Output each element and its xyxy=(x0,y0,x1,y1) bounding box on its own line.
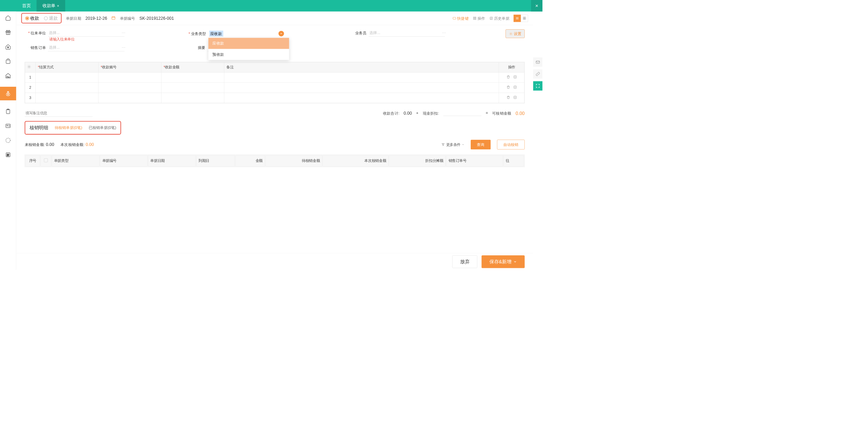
add-row-icon[interactable] xyxy=(513,75,517,80)
radio-receive[interactable]: 收款 xyxy=(25,15,39,21)
note-input[interactable] xyxy=(25,110,93,117)
col-remark: 备注 xyxy=(224,62,499,72)
doc-date-value[interactable]: 2019-12-26 xyxy=(85,16,107,20)
svg-rect-18 xyxy=(475,18,476,19)
partner-input[interactable] xyxy=(48,29,124,36)
svg-point-8 xyxy=(7,125,8,126)
price-house-icon[interactable]: $ xyxy=(4,44,11,50)
writeoff-section: 核销明细 待核销单据(0笔) 已核销单据(0笔) 未核销金额: 0.00 本次核… xyxy=(25,121,525,167)
add-row-icon[interactable] xyxy=(513,85,517,90)
more-icon[interactable]: ⋯ xyxy=(442,31,446,35)
link-icon[interactable] xyxy=(533,69,543,79)
col-seq: 序号 xyxy=(25,155,40,166)
delete-icon[interactable] xyxy=(506,75,510,80)
doc-date-label: 单据日期 xyxy=(66,16,81,21)
col-this: 本次核销金额 xyxy=(323,155,388,166)
gift-icon[interactable] xyxy=(4,29,11,36)
svg-rect-16 xyxy=(475,17,476,18)
summary-row: 收款合计: 0.00 + 现金折扣: = 可核销金额 0.00 xyxy=(16,105,533,121)
add-row-icon[interactable] xyxy=(513,96,517,100)
radio-refund[interactable]: 退款 xyxy=(44,15,57,21)
clerk-input[interactable] xyxy=(369,29,445,36)
doc-no-value: SK-20191226-001 xyxy=(139,16,174,20)
tab-pending[interactable]: 待核销单据(0笔) xyxy=(55,125,82,130)
warehouse-icon[interactable] xyxy=(4,72,11,79)
col-no: 单据编号 xyxy=(100,155,148,166)
discount-input[interactable] xyxy=(443,111,482,116)
home-icon[interactable] xyxy=(4,15,11,21)
refresh-icon[interactable] xyxy=(4,137,11,144)
table-row[interactable]: 3 xyxy=(25,93,524,103)
actions-link[interactable]: 操作 xyxy=(473,16,485,21)
money-bag-icon[interactable]: ¥ xyxy=(0,87,16,100)
svg-rect-15 xyxy=(473,17,474,18)
writeoff-title: 核销明细 xyxy=(30,124,48,131)
svg-rect-23 xyxy=(525,18,526,19)
col-settle: *结算方式 xyxy=(36,62,99,72)
more-icon[interactable]: ⋯ xyxy=(122,45,125,50)
writeoff-table: 序号 单据类型 单据编号 单据日期 到期日 金额 待核销金额 本次核销金额 折扣… xyxy=(25,154,525,167)
clipboard-icon[interactable] xyxy=(4,108,11,115)
table-row[interactable]: 1 xyxy=(25,72,524,83)
col-date: 单据日期 xyxy=(148,155,196,166)
sidebar: $ ¥ 新 xyxy=(0,12,16,270)
mail-icon[interactable] xyxy=(533,57,543,67)
top-tab-bar: 首页 收款单 × × xyxy=(0,0,542,12)
col-order: 销售订单号 xyxy=(446,155,503,166)
gear-icon[interactable] xyxy=(25,62,35,72)
auto-offset-button[interactable]: 自动核销 xyxy=(497,140,525,150)
salesorder-field: 销售订单 ⋯ xyxy=(25,44,172,51)
dropdown-option-prepaid[interactable]: 预收款 xyxy=(208,49,289,60)
lines-table: *结算方式 *收款账号 *收款金额 备注 操作 1 2 3 xyxy=(25,62,525,103)
partner-error: 请输入往来单位 xyxy=(49,37,74,42)
delete-icon[interactable] xyxy=(506,96,510,100)
id-card-icon[interactable] xyxy=(4,122,11,129)
col-disc: 折扣分摊额 xyxy=(389,155,446,166)
radio-checked-icon xyxy=(25,16,29,20)
view-grid-icon[interactable] xyxy=(521,15,528,22)
save-new-button[interactable]: 保存&新增 xyxy=(482,255,525,268)
biztype-field: *业务类型 应收款 应收款 预收款 xyxy=(185,29,332,38)
more-conditions-link[interactable]: 更多条件 xyxy=(441,142,465,147)
col-pending: 待核销金额 xyxy=(265,155,322,166)
chevron-up-icon[interactable] xyxy=(278,31,284,36)
close-icon[interactable]: × xyxy=(57,3,59,8)
svg-point-25 xyxy=(29,66,30,67)
more-icon[interactable]: ⋯ xyxy=(122,31,125,35)
total-label: 收款合计: xyxy=(383,111,399,116)
settings-button[interactable]: 设置 xyxy=(506,29,525,38)
new-icon[interactable]: 新 xyxy=(4,151,11,158)
tab-receipt[interactable]: 收款单 × xyxy=(37,0,65,12)
salesorder-input[interactable] xyxy=(48,44,124,51)
svg-rect-17 xyxy=(473,18,474,19)
form-toolbar: 收款 退款 单据日期 2019-12-26 单据编号 SK-20191226-0… xyxy=(16,12,533,25)
svg-text:新: 新 xyxy=(7,154,9,156)
discount-label: 现金折扣: xyxy=(423,111,439,116)
dropdown-option-receivable[interactable]: 应收款 xyxy=(208,38,289,49)
discard-button[interactable]: 放弃 xyxy=(452,255,478,268)
svg-rect-21 xyxy=(525,17,526,18)
svg-text:¥: ¥ xyxy=(7,93,8,95)
query-button[interactable]: 查询 xyxy=(471,140,491,150)
clerk-field: 业务员 ⋯ xyxy=(345,29,493,36)
col-due: 到期日 xyxy=(196,155,235,166)
main-content: 收款 退款 单据日期 2019-12-26 单据编号 SK-20191226-0… xyxy=(16,12,533,270)
tab-done[interactable]: 已核销单据(0笔) xyxy=(89,125,116,130)
col-type: 单据类型 xyxy=(52,155,100,166)
expand-icon[interactable] xyxy=(533,81,543,91)
svg-text:$: $ xyxy=(7,46,9,48)
biztype-select[interactable]: 应收款 应收款 预收款 xyxy=(208,29,285,38)
bag-icon[interactable] xyxy=(4,58,11,65)
shortcut-link[interactable]: 快捷键 xyxy=(452,16,469,21)
table-row[interactable]: 2 xyxy=(25,83,524,93)
calendar-icon[interactable] xyxy=(111,16,116,21)
view-list-icon[interactable] xyxy=(514,15,521,22)
col-amount: 金额 xyxy=(235,155,265,166)
biztype-dropdown: 应收款 预收款 xyxy=(208,38,289,60)
app-close-icon[interactable]: × xyxy=(531,0,543,12)
tab-home[interactable]: 首页 xyxy=(16,0,37,12)
svg-rect-13 xyxy=(112,17,115,19)
history-link[interactable]: 历史单据 xyxy=(489,16,509,21)
delete-icon[interactable] xyxy=(506,85,510,90)
col-check[interactable] xyxy=(40,155,51,166)
